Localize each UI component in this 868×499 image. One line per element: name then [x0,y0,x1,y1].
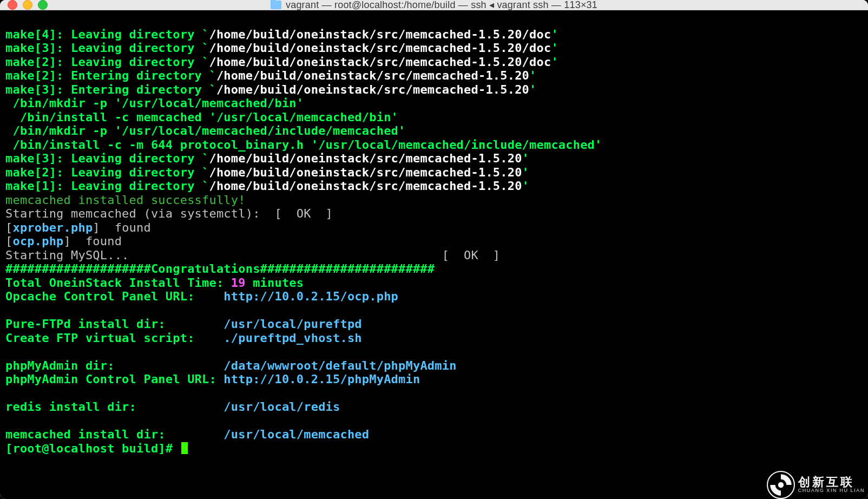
term-line-16: [ocp.php] found [5,234,122,248]
terminal-window: vagrant — root@localhost:/home/build — s… [0,0,868,499]
term-line-22: Pure-FTPd install dir: /usr/local/pureft… [5,317,362,331]
term-line-1: make[4]: Leaving directory `/home/build/… [5,28,558,41]
term-line-17: Starting MySQL... [ OK ] [5,248,500,262]
term-line-9: /bin/install -c -m 644 protocol_binary.h… [5,138,602,152]
window-title-text: vagrant — root@localhost:/home/build — s… [286,0,597,11]
logo-icon [767,471,795,499]
term-line-6: /bin/mkdir -p '/usr/local/memcached/bin' [5,96,304,110]
term-line-15: [xprober.php] found [5,221,151,234]
window-title: vagrant — root@localhost:/home/build — s… [271,0,597,11]
term-line-19: Total OneinStack Install Time: 19 minute… [5,276,304,290]
term-line-13: memcached installed successfully! [5,193,246,207]
term-line-18: ####################Congratulations#####… [5,262,435,275]
folder-icon [271,1,281,9]
term-line-3: make[2]: Leaving directory `/home/build/… [5,55,558,69]
shell-prompt[interactable]: [root@localhost build]# [5,442,188,455]
minimize-icon[interactable] [23,0,32,10]
svg-point-1 [778,482,783,487]
term-line-2: make[3]: Leaving directory `/home/build/… [5,41,558,55]
traffic-lights [8,0,48,10]
close-icon[interactable] [8,0,17,10]
term-line-26: phpMyAdmin Control Panel URL: http://10.… [5,372,420,386]
watermark-text: 创新互联 CHUANG XIN HU LIAN [798,476,865,493]
term-line-11: make[2]: Leaving directory `/home/build/… [5,166,529,179]
term-line-25: phpMyAdmin dir: /data/wwwroot/default/ph… [5,359,457,372]
term-line-14: Starting memcached (via systemctl): [ OK… [5,207,333,220]
term-line-30: memcached install dir: /usr/local/memcac… [5,428,369,441]
term-line-23: Create FTP virtual script: ./pureftpd_vh… [5,331,362,345]
titlebar: vagrant — root@localhost:/home/build — s… [0,0,868,10]
terminal-body[interactable]: make[4]: Leaving directory `/home/build/… [0,10,868,499]
term-line-12: make[1]: Leaving directory `/home/build/… [5,179,529,193]
term-line-20: Opcache Control Panel URL: http://10.0.2… [5,290,398,303]
cursor-icon [181,442,188,454]
term-line-4: make[2]: Entering directory `/home/build… [5,69,537,82]
zoom-icon[interactable] [38,0,48,10]
term-line-5: make[3]: Entering directory `/home/build… [5,83,537,96]
watermark-logo: 创新互联 CHUANG XIN HU LIAN [767,471,865,499]
term-line-28: redis install dir: /usr/local/redis [5,400,340,413]
term-line-7: /bin/install -c memcached '/usr/local/me… [5,110,398,124]
term-line-8: /bin/mkdir -p '/usr/local/memcached/incl… [5,124,405,137]
term-line-10: make[3]: Leaving directory `/home/build/… [5,152,529,165]
